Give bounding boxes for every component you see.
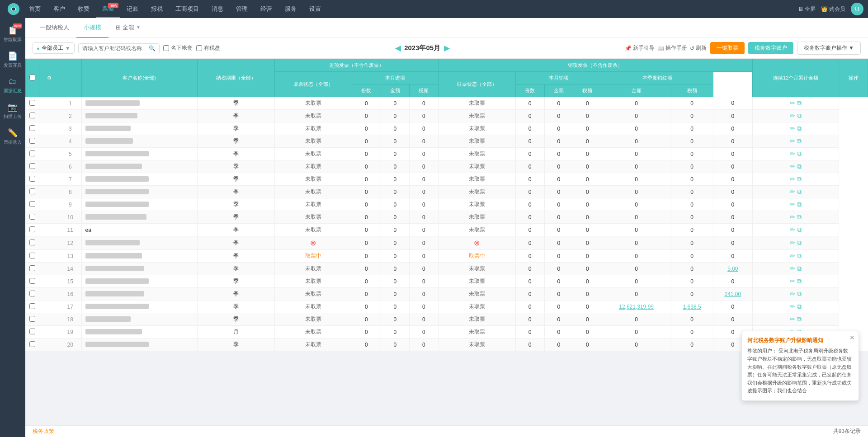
select-all-checkbox[interactable]: [29, 75, 35, 80]
copy-btn[interactable]: ⧉: [797, 201, 802, 208]
red-tax-link[interactable]: 1,638.5: [683, 304, 701, 310]
row-checkbox[interactable]: [29, 113, 35, 118]
row-checkbox[interactable]: [29, 265, 35, 271]
edit-btn[interactable]: ✏: [790, 252, 795, 259]
tax-disk-checkbox[interactable]: [196, 45, 202, 51]
edit-btn[interactable]: ✏: [790, 163, 795, 170]
tax-account-btn[interactable]: 税务数字账户: [748, 42, 793, 54]
nav-item-customer[interactable]: 客户: [47, 0, 71, 18]
copy-btn[interactable]: ⧉: [797, 239, 802, 246]
nav-item-home[interactable]: 首页: [23, 0, 47, 18]
edit-btn[interactable]: ✏: [790, 290, 795, 297]
next-month-btn[interactable]: ▶: [444, 44, 449, 52]
notification-close-btn[interactable]: ✕: [849, 334, 855, 341]
edit-btn[interactable]: ✏: [790, 112, 795, 119]
edit-btn[interactable]: ✏: [790, 99, 795, 107]
copy-btn[interactable]: ⧉: [797, 188, 802, 195]
copy-btn[interactable]: ⧉: [797, 150, 802, 157]
edit-btn[interactable]: ✏: [790, 239, 795, 246]
guide-link[interactable]: 📌 新手引导: [625, 44, 655, 52]
app-logo[interactable]: [5, 0, 23, 18]
tab-general[interactable]: 一般纳税人: [33, 18, 76, 38]
row-checkbox[interactable]: [29, 214, 35, 220]
row-checkbox[interactable]: [29, 240, 35, 245]
tab-all[interactable]: ⊞ 全能 ▼: [108, 18, 148, 38]
quick-invoice-btn[interactable]: 一键取票: [710, 42, 745, 54]
nav-item-message[interactable]: 消息: [205, 0, 230, 18]
row-checkbox[interactable]: [29, 341, 35, 347]
employee-filter[interactable]: ● 全部员工 ▼: [33, 42, 75, 54]
copy-btn[interactable]: ⧉: [797, 303, 802, 310]
copy-btn[interactable]: ⧉: [797, 290, 802, 297]
copy-btn[interactable]: ⧉: [797, 252, 802, 259]
row-checkbox[interactable]: [29, 329, 35, 334]
sidebar-item-invoice-entry[interactable]: ✏️票据录入: [0, 124, 25, 149]
search-icon[interactable]: 🔍: [149, 45, 156, 52]
tab-small[interactable]: 小规模: [76, 18, 108, 38]
edit-btn[interactable]: ✏: [790, 303, 795, 310]
total-12-link[interactable]: 5.00: [727, 266, 738, 272]
edit-btn[interactable]: ✏: [790, 188, 795, 195]
subscribed-checkbox-label[interactable]: 名下帐套: [163, 44, 193, 52]
sidebar-item-scan-upload[interactable]: 📷扫描上传: [0, 99, 25, 123]
member-btn[interactable]: 👑 购会员: [821, 5, 845, 13]
edit-btn[interactable]: ✏: [790, 137, 795, 145]
customer-search-input[interactable]: [82, 45, 147, 52]
tax-policy-link[interactable]: 税务政策: [33, 428, 54, 435]
edit-btn[interactable]: ✏: [790, 265, 795, 272]
row-checkbox[interactable]: [29, 176, 35, 182]
row-checkbox[interactable]: [29, 253, 35, 258]
copy-btn[interactable]: ⧉: [797, 99, 802, 107]
nav-item-invoice[interactable]: 收费: [71, 0, 96, 18]
row-checkbox[interactable]: [29, 125, 35, 131]
row-checkbox[interactable]: [29, 138, 35, 144]
copy-btn[interactable]: ⧉: [797, 315, 802, 323]
row-checkbox[interactable]: [29, 201, 35, 207]
red-amount-link[interactable]: 12,621,319.99: [619, 304, 654, 310]
nav-item-operation[interactable]: 经营: [254, 0, 278, 18]
copy-btn[interactable]: ⧉: [797, 226, 802, 233]
copy-btn[interactable]: ⧉: [797, 213, 802, 221]
edit-btn[interactable]: ✏: [790, 226, 795, 233]
user-avatar[interactable]: U: [851, 3, 863, 15]
copy-btn[interactable]: ⧉: [797, 175, 802, 183]
sidebar-item-open-invoice[interactable]: 📄发票开具: [0, 47, 25, 72]
subscribed-checkbox[interactable]: [163, 45, 169, 51]
tax-disk-checkbox-label[interactable]: 有税盘: [196, 44, 220, 52]
copy-btn[interactable]: ⧉: [797, 112, 802, 119]
row-checkbox[interactable]: [29, 291, 35, 296]
row-checkbox[interactable]: [29, 303, 35, 309]
copy-btn[interactable]: ⧉: [797, 265, 802, 272]
manual-link[interactable]: 📖 操作手册: [657, 44, 687, 52]
nav-item-manage[interactable]: 管理: [230, 0, 254, 18]
row-checkbox[interactable]: [29, 188, 35, 194]
copy-btn[interactable]: ⧉: [797, 125, 802, 132]
copy-btn[interactable]: ⧉: [797, 137, 802, 145]
edit-btn[interactable]: ✏: [790, 315, 795, 323]
edit-btn[interactable]: ✏: [790, 201, 795, 208]
edit-btn[interactable]: ✏: [790, 277, 795, 285]
prev-month-btn[interactable]: ◀: [395, 44, 401, 52]
row-checkbox[interactable]: [29, 226, 35, 232]
sidebar-item-invoice-summary[interactable]: 🗂票据汇总: [0, 73, 25, 98]
nav-item-piao[interactable]: 票据new: [96, 0, 120, 18]
row-checkbox[interactable]: [29, 150, 35, 156]
nav-item-service[interactable]: 服务: [278, 0, 303, 18]
nav-item-tax[interactable]: 报税: [145, 0, 169, 18]
copy-btn[interactable]: ⧉: [797, 277, 802, 285]
nav-item-bookkeeping[interactable]: 记账: [120, 0, 145, 18]
copy-btn[interactable]: ⧉: [797, 163, 802, 170]
row-checkbox[interactable]: [29, 100, 35, 106]
nav-item-settings[interactable]: 设置: [303, 0, 327, 18]
row-checkbox[interactable]: [29, 163, 35, 169]
total-12-link[interactable]: 241.00: [724, 291, 741, 297]
tax-account-ops-btn[interactable]: 税务数字账户操作 ▼: [797, 42, 861, 55]
sidebar-item-smart-tax[interactable]: new📋智能取票: [0, 22, 25, 47]
nav-item-bizreg[interactable]: 工商项目: [169, 0, 205, 18]
row-checkbox[interactable]: [29, 278, 35, 284]
edit-btn[interactable]: ✏: [790, 213, 795, 221]
row-checkbox[interactable]: [29, 316, 35, 322]
refresh-link[interactable]: ↺ 刷新: [690, 44, 707, 52]
edit-btn[interactable]: ✏: [790, 175, 795, 183]
edit-btn[interactable]: ✏: [790, 125, 795, 132]
